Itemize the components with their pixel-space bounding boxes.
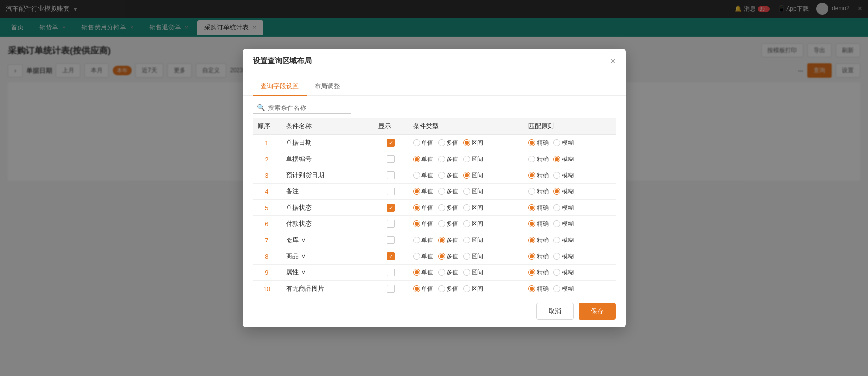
cell-order: 1 bbox=[253, 135, 282, 151]
display-checkbox[interactable] bbox=[387, 139, 395, 147]
cancel-button[interactable]: 取消 bbox=[536, 303, 574, 320]
type-option-单值[interactable]: 单值 bbox=[413, 171, 433, 180]
display-checkbox[interactable] bbox=[387, 285, 395, 293]
type-option-区间[interactable]: 区间 bbox=[463, 285, 483, 293]
cell-type: 单值多值区间 bbox=[408, 232, 524, 248]
type-option-单值[interactable]: 单值 bbox=[413, 139, 433, 147]
match-option-精确[interactable]: 精确 bbox=[528, 188, 549, 196]
radio-circle bbox=[528, 188, 535, 195]
match-option-精确[interactable]: 精确 bbox=[528, 204, 549, 212]
match-option-精确[interactable]: 精确 bbox=[528, 269, 549, 277]
radio-circle bbox=[553, 156, 560, 162]
match-option-精确[interactable]: 精确 bbox=[528, 236, 549, 244]
match-option-模糊[interactable]: 模糊 bbox=[553, 204, 574, 212]
type-option-单值[interactable]: 单值 bbox=[413, 220, 433, 228]
radio-label: 模糊 bbox=[562, 252, 574, 261]
radio-label: 多值 bbox=[447, 204, 458, 212]
display-checkbox[interactable] bbox=[387, 155, 395, 163]
display-checkbox[interactable] bbox=[387, 220, 395, 228]
table-row: 10有无商品图片单值多值区间精确模糊 bbox=[253, 281, 616, 295]
type-option-多值[interactable]: 多值 bbox=[438, 285, 458, 293]
match-radio-group: 精确模糊 bbox=[528, 139, 611, 147]
type-option-多值[interactable]: 多值 bbox=[438, 252, 458, 261]
tab-layout[interactable]: 布局调整 bbox=[307, 78, 348, 96]
cell-match: 精确模糊 bbox=[524, 232, 616, 248]
radio-circle bbox=[463, 220, 470, 227]
match-option-模糊[interactable]: 模糊 bbox=[553, 188, 574, 196]
type-option-区间[interactable]: 区间 bbox=[463, 188, 483, 196]
match-option-精确[interactable]: 精确 bbox=[528, 155, 549, 163]
type-option-单值[interactable]: 单值 bbox=[413, 155, 433, 163]
cell-order: 9 bbox=[253, 265, 282, 281]
match-option-模糊[interactable]: 模糊 bbox=[553, 269, 574, 277]
radio-circle bbox=[528, 253, 535, 260]
radio-circle bbox=[438, 220, 445, 227]
type-radio-group: 单值多值区间 bbox=[413, 236, 519, 244]
radio-label: 多值 bbox=[447, 155, 458, 163]
type-option-多值[interactable]: 多值 bbox=[438, 220, 458, 228]
type-option-多值[interactable]: 多值 bbox=[438, 236, 458, 244]
match-option-模糊[interactable]: 模糊 bbox=[553, 252, 574, 261]
cell-name: 单据状态 bbox=[281, 200, 373, 216]
type-option-区间[interactable]: 区间 bbox=[463, 139, 483, 147]
display-checkbox[interactable] bbox=[387, 269, 395, 276]
save-button[interactable]: 保存 bbox=[579, 303, 616, 320]
type-option-多值[interactable]: 多值 bbox=[438, 269, 458, 277]
radio-circle bbox=[463, 139, 470, 146]
match-option-精确[interactable]: 精确 bbox=[528, 139, 549, 147]
dialog-close-button[interactable]: × bbox=[610, 57, 616, 66]
search-input[interactable] bbox=[268, 104, 346, 111]
type-option-多值[interactable]: 多值 bbox=[438, 139, 458, 147]
match-option-模糊[interactable]: 模糊 bbox=[553, 236, 574, 244]
row-order-num: 2 bbox=[265, 156, 268, 163]
radio-circle bbox=[413, 269, 420, 276]
match-option-精确[interactable]: 精确 bbox=[528, 220, 549, 228]
tab-query-fields[interactable]: 查询字段设置 bbox=[253, 78, 307, 96]
type-option-区间[interactable]: 区间 bbox=[463, 252, 483, 261]
type-option-多值[interactable]: 多值 bbox=[438, 204, 458, 212]
type-option-多值[interactable]: 多值 bbox=[438, 155, 458, 163]
match-option-模糊[interactable]: 模糊 bbox=[553, 171, 574, 180]
type-option-区间[interactable]: 区间 bbox=[463, 204, 483, 212]
display-checkbox[interactable] bbox=[387, 204, 395, 212]
type-option-区间[interactable]: 区间 bbox=[463, 171, 483, 180]
table-row: 9属性 ∨单值多值区间精确模糊 bbox=[253, 265, 616, 281]
match-option-精确[interactable]: 精确 bbox=[528, 252, 549, 261]
type-option-多值[interactable]: 多值 bbox=[438, 188, 458, 196]
type-option-单值[interactable]: 单值 bbox=[413, 285, 433, 293]
cell-order: 7 bbox=[253, 232, 282, 248]
type-option-单值[interactable]: 单值 bbox=[413, 204, 433, 212]
radio-label: 区间 bbox=[472, 139, 483, 147]
radio-label: 精确 bbox=[537, 139, 549, 147]
radio-circle bbox=[463, 253, 470, 260]
match-option-模糊[interactable]: 模糊 bbox=[553, 285, 574, 293]
type-option-区间[interactable]: 区间 bbox=[463, 269, 483, 277]
type-option-区间[interactable]: 区间 bbox=[463, 220, 483, 228]
display-checkbox[interactable] bbox=[387, 171, 395, 179]
match-option-模糊[interactable]: 模糊 bbox=[553, 220, 574, 228]
type-option-多值[interactable]: 多值 bbox=[438, 171, 458, 180]
type-option-单值[interactable]: 单值 bbox=[413, 188, 433, 196]
radio-label: 精确 bbox=[537, 188, 549, 196]
display-checkbox[interactable] bbox=[387, 252, 395, 260]
match-option-精确[interactable]: 精确 bbox=[528, 171, 549, 180]
radio-label: 区间 bbox=[472, 236, 483, 244]
radio-label: 精确 bbox=[537, 236, 549, 244]
table-row: 8商品 ∨单值多值区间精确模糊 bbox=[253, 248, 616, 265]
th-display: 显示 bbox=[373, 118, 408, 135]
radio-label: 区间 bbox=[472, 204, 483, 212]
cell-order: 6 bbox=[253, 216, 282, 232]
radio-circle bbox=[413, 237, 420, 243]
radio-circle bbox=[438, 285, 445, 292]
type-option-单值[interactable]: 单值 bbox=[413, 236, 433, 244]
type-option-单值[interactable]: 单值 bbox=[413, 269, 433, 277]
type-option-区间[interactable]: 区间 bbox=[463, 155, 483, 163]
display-checkbox[interactable] bbox=[387, 236, 395, 244]
radio-label: 模糊 bbox=[562, 269, 574, 277]
match-option-模糊[interactable]: 模糊 bbox=[553, 139, 574, 147]
match-option-精确[interactable]: 精确 bbox=[528, 285, 549, 293]
match-option-模糊[interactable]: 模糊 bbox=[553, 155, 574, 163]
display-checkbox[interactable] bbox=[387, 188, 395, 195]
type-option-区间[interactable]: 区间 bbox=[463, 236, 483, 244]
type-option-单值[interactable]: 单值 bbox=[413, 252, 433, 261]
